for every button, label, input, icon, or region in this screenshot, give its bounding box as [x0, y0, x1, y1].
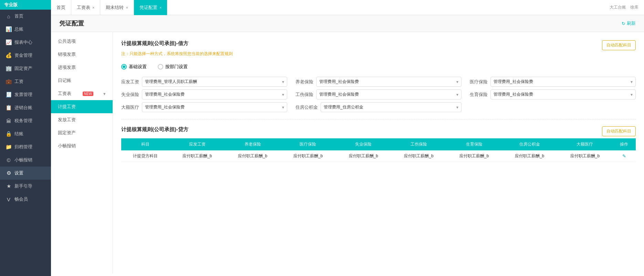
- invoice-icon: 🧾: [6, 92, 12, 98]
- form-item-ylbx: 养老保险 管理费用_社会保险费 ▾: [295, 77, 461, 87]
- form-label-yfgz: 应发工资: [121, 79, 139, 85]
- sidebar-item-xiaochang-report[interactable]: © 小畅报销: [0, 153, 51, 167]
- refresh-button[interactable]: ↻ 刷新: [622, 20, 636, 26]
- chevron-down-icon: ▾: [103, 91, 106, 96]
- form-select-ylbx[interactable]: 管理费用_社会保险费 ▾: [316, 77, 461, 87]
- form-item-ylbx2: 医疗保险 管理费用_社会保险费 ▾: [470, 77, 636, 87]
- form-row-3: 大额医疗 管理费用_社会保险费 ▾ 住房公积金 管理费用_住房公积金 ▾: [121, 102, 636, 112]
- sidebar-item-label: 结账: [14, 131, 23, 137]
- form-select-sybx[interactable]: 管理费用_社会保险费 ▾: [142, 89, 287, 99]
- radio-basic-setup[interactable]: 基础设置: [121, 64, 147, 70]
- new-badge: NEW: [83, 92, 93, 96]
- sidebar-item-closing[interactable]: 🔒 结账: [0, 127, 51, 140]
- form-item-sybx: 失业保险 管理费用_社会保险费 ▾: [121, 89, 287, 99]
- left-nav-label: 工资表: [58, 91, 71, 97]
- c-icon: ©: [6, 157, 12, 163]
- form-label-zfgjj: 住房公积金: [295, 104, 318, 110]
- payroll-icon: 💼: [6, 78, 12, 85]
- sidebar-item-label: 畅会员: [14, 196, 28, 202]
- chevron-down-icon: ▾: [631, 79, 633, 84]
- main-area: 首页 工资表 × 期末结转 × 凭证配置 × 大工台账 徐库 凭证配置 ↻ 刷新: [51, 0, 644, 276]
- right-content: 计提核算规则(公司承担)-借方 注：只能选择一种方式，系统将按照您当前的选择来配…: [113, 32, 644, 274]
- archive-icon: 📁: [6, 144, 12, 150]
- tab-period-close[interactable]: ×: [126, 6, 128, 10]
- sidebar-item-fund-management[interactable]: 💰 资金管理: [0, 49, 51, 62]
- left-nav-item-xiaochang-expense[interactable]: 小畅报销: [51, 139, 113, 152]
- left-nav-item-payroll-table[interactable]: 工资表 NEW ▾: [51, 87, 113, 100]
- left-nav-label: 小畅报销: [58, 143, 76, 149]
- auto-match-button-1[interactable]: 自动匹配科目: [602, 40, 636, 50]
- form-select-yfgz[interactable]: 管理费用_管理人员职工薪酬 ▾: [142, 77, 287, 87]
- chevron-down-icon: ▾: [282, 79, 284, 84]
- help-text: 大工台账: [610, 4, 626, 10]
- sidebar-item-label: 新手引导: [14, 183, 32, 189]
- form-select-value: 管理费用_住房公积金: [324, 104, 363, 110]
- form-item-sybx2: 生育保险 管理费用_社会保险费 ▾: [470, 89, 636, 99]
- form-select-value: 管理费用_社会保险费: [319, 79, 359, 85]
- section1-note: 注：只能选择一种方式，系统将按照您当前的选择来配置规则: [121, 51, 233, 57]
- left-nav-item-sales-invoice[interactable]: 销项发票: [51, 48, 113, 61]
- form-item-deyiliao: 大额医疗 管理费用_社会保险费 ▾: [121, 102, 287, 112]
- left-nav-item-accrual-payroll[interactable]: 计提工资: [51, 100, 113, 113]
- sidebar-item-report-center[interactable]: 📈 报表中心: [0, 36, 51, 49]
- sidebar-item-general-ledger[interactable]: 📊 总账: [0, 23, 51, 36]
- form-select-gsbx[interactable]: 管理费用_社会保险费 ▾: [316, 89, 461, 99]
- sidebar-item-payroll[interactable]: 💼 工资: [0, 75, 51, 88]
- form-item-zfgjj: 住房公积金 管理费用_住房公积金 ▾: [295, 102, 461, 112]
- table-body: 计提贷方科目 应付职工薪酬_b 应付职工薪酬_b 应付职工薪酬_b 应付职工薪酬…: [121, 150, 636, 162]
- sidebar-item-invoice-management[interactable]: 🧾 发票管理: [0, 88, 51, 101]
- sidebar-item-label: 固定资产: [14, 65, 32, 72]
- sidebar-item-settings[interactable]: ⚙ 设置: [0, 167, 51, 180]
- form-select-value: 管理费用_社会保险费: [319, 92, 359, 97]
- form-item-yfgz: 应发工资 管理费用_管理人员职工薪酬 ▾: [121, 77, 287, 87]
- form-select-value: 管理费用_社会保险费: [145, 92, 185, 97]
- left-nav-item-distribute-payroll[interactable]: 发放工资: [51, 113, 113, 126]
- left-nav-item-fixed-assets[interactable]: 固定资产: [51, 126, 113, 139]
- sidebar-item-tax-management[interactable]: 🏛 税务管理: [0, 114, 51, 127]
- tab-payroll-label: 工资表: [77, 4, 90, 11]
- tab-payroll-close[interactable]: ×: [92, 6, 94, 10]
- tab-voucher-close[interactable]: ×: [159, 6, 162, 10]
- td-action[interactable]: ✎: [613, 150, 636, 162]
- radio-dept-setup[interactable]: 按部门设置: [158, 64, 188, 70]
- tab-home-label: 首页: [56, 4, 65, 11]
- sidebar-brand: 专业版: [0, 0, 51, 10]
- tab-payroll-table[interactable]: 工资表 ×: [71, 0, 100, 15]
- chevron-down-icon: ▾: [456, 105, 458, 110]
- left-nav-item-purchase-invoice[interactable]: 进项发票: [51, 61, 113, 74]
- form-select-deyiliao[interactable]: 管理费用_社会保险费 ▾: [142, 102, 287, 112]
- form-select-zfgjj[interactable]: 管理费用_住房公积金 ▾: [321, 102, 461, 112]
- auto-match-button-2[interactable]: 自动匹配科目: [602, 126, 636, 136]
- form-select-ylbx2[interactable]: 管理费用_社会保险费 ▾: [490, 77, 636, 87]
- page-content: 凭证配置 ↻ 刷新 公共选项 销项发票 进项发票 日记账: [51, 15, 644, 276]
- page-title: 凭证配置: [59, 19, 84, 28]
- td-ylbx2: 应付职工薪酬_b: [280, 150, 336, 162]
- form-select-value: 管理费用_管理人员职工薪酬: [145, 79, 197, 85]
- td-subject: 计提贷方科目: [121, 150, 169, 162]
- section2: 计提核算规则(公司承担)-贷方 自动匹配科目 科目 应发工资 养老保险 医疗保险…: [121, 126, 636, 162]
- topbar: 首页 工资表 × 期末结转 × 凭证配置 × 大工台账 徐库: [51, 0, 644, 15]
- tab-home[interactable]: 首页: [51, 0, 71, 15]
- left-nav: 公共选项 销项发票 进项发票 日记账 工资表 NEW ▾ 计提工资: [51, 32, 113, 274]
- left-nav-label: 固定资产: [58, 130, 76, 136]
- left-nav-item-journal[interactable]: 日记账: [51, 74, 113, 87]
- sidebar-item-member[interactable]: V 畅会员: [0, 193, 51, 206]
- sidebar-item-guide[interactable]: ★ 新手引导: [0, 180, 51, 193]
- chevron-down-icon: ▾: [456, 79, 458, 84]
- sidebar-item-purchase-sales[interactable]: 📋 进销台账: [0, 101, 51, 114]
- page-header: 凭证配置 ↻ 刷新: [51, 15, 644, 32]
- form-item-empty: [470, 102, 636, 112]
- sidebar-item-home[interactable]: ⌂ 首页: [0, 10, 51, 23]
- left-nav-item-public-options[interactable]: 公共选项: [51, 35, 113, 48]
- sidebar-item-archive[interactable]: 📁 归档管理: [0, 140, 51, 153]
- tab-voucher-config[interactable]: 凭证配置 ×: [134, 0, 167, 15]
- edit-icon[interactable]: ✎: [622, 153, 626, 159]
- form-select-sybx2[interactable]: 管理费用_社会保险费 ▾: [490, 89, 636, 99]
- section1: 计提核算规则(公司承担)-借方 注：只能选择一种方式，系统将按照您当前的选择来配…: [121, 40, 636, 112]
- tab-period-close[interactable]: 期末结转 ×: [100, 0, 134, 15]
- sidebar-item-label: 归档管理: [14, 144, 32, 150]
- th-sybx2: 生育保险: [446, 138, 502, 150]
- radio-dept-label: 按部门设置: [165, 64, 188, 70]
- sidebar-item-fixed-assets[interactable]: 🏢 固定资产: [0, 62, 51, 75]
- chevron-down-icon: ▾: [456, 92, 458, 97]
